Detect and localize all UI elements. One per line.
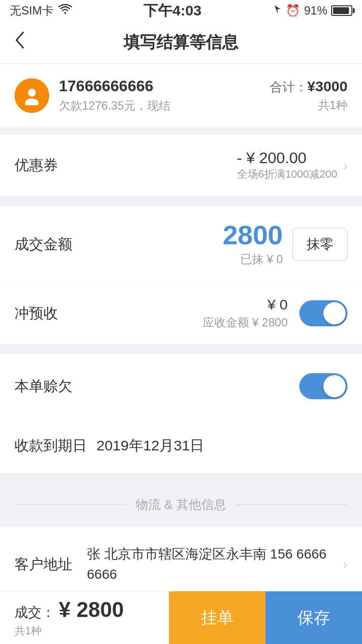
prepayment-label: 冲预收 [14,304,58,323]
footer-deal-label: 成交： ¥ 2800 [14,598,154,622]
customer-phone: 17666666666 [59,77,170,95]
section-divider-3 [0,473,362,483]
prepayment-toggle[interactable] [299,300,348,326]
total-count: 共1种 [270,98,348,113]
content: 17666666666 欠款1276.35元，现结 合计：¥3000 共1种 优… [0,64,362,644]
prepayment-amount-block: ¥ 0 应收金额 ¥ 2800 [203,296,288,330]
deal-amount-right: 2800 已抹 ¥ 0 抹零 [223,222,348,267]
battery-percent: 91% [304,4,327,17]
amount-main: 2800 [223,222,283,249]
amount-block: 2800 已抹 ¥ 0 [223,222,283,267]
status-bar: 无SIM卡 下午4:03 ⏰ 91% [0,0,362,21]
coupon-row[interactable]: 优惠券 - ¥ 200.00 全场6折满1000减200 › [0,135,362,196]
credit-order-row: 本单赊欠 [0,353,362,419]
credit-order-toggle[interactable] [299,373,348,399]
due-date-row: 收款到期日 2019年12月31日 [0,419,362,473]
customer-info: 17666666666 欠款1276.35元，现结 [59,77,170,113]
toggle-knob [323,302,346,324]
battery-icon [331,5,352,16]
section-divider-1 [0,196,362,206]
footer-info: 成交： ¥ 2800 共1种 [0,598,169,638]
wifi-icon [58,4,72,17]
credit-toggle-knob [323,375,346,397]
coupon-label: 优惠券 [14,155,58,175]
prepayment-receivable: 应收金额 ¥ 2800 [203,315,288,330]
coupon-desc: 全场6折满1000减200 [237,167,337,182]
footer-count: 共1种 [14,624,154,638]
logistics-divider: 物流 & 其他信息 [0,483,362,527]
hold-button[interactable]: 挂单 [169,591,265,644]
customer-card: 17666666666 欠款1276.35元，现结 合计：¥3000 共1种 [0,64,362,127]
address-label: 客户地址 [14,555,72,574]
total-label: 合计：¥3000 [270,78,348,96]
coupon-right: - ¥ 200.00 全场6折满1000减200 › [237,149,348,182]
amount-sub: 已抹 ¥ 0 [223,252,283,267]
address-value: 张 北京市市辖区海淀区永丰南 156 6666 6666 [87,544,343,585]
page-title: 填写结算等信息 [124,31,238,54]
coupon-amount: - ¥ 200.00 [237,149,337,167]
footer-deal-amount: ¥ 2800 [59,598,124,621]
location-icon [273,4,282,17]
customer-total: 合计：¥3000 共1种 [270,78,348,113]
svg-point-0 [28,89,36,97]
chevron-right-icon: › [343,158,348,173]
status-right: ⏰ 91% [273,4,352,17]
deal-amount-row: 成交金额 2800 已抹 ¥ 0 抹零 [0,206,362,283]
logistics-line-right [236,504,348,505]
status-left: 无SIM卡 [10,3,72,18]
customer-debt: 欠款1276.35元，现结 [59,98,170,113]
fuze-button[interactable]: 抹零 [292,228,348,261]
nav-bar: 填写结算等信息 [0,21,362,64]
logistics-line-left [14,504,126,505]
prepayment-right: ¥ 0 应收金额 ¥ 2800 [203,296,348,330]
prepayment-amount: ¥ 0 [203,296,288,313]
credit-order-label: 本单赊欠 [14,377,72,396]
avatar [14,78,49,113]
alarm-icon: ⏰ [286,4,300,17]
coupon-details: - ¥ 200.00 全场6折满1000减200 [237,149,337,182]
customer-left: 17666666666 欠款1276.35元，现结 [14,77,170,113]
deal-amount-label: 成交金额 [14,235,72,254]
carrier-label: 无SIM卡 [10,3,54,18]
back-button[interactable] [14,30,25,54]
status-time: 下午4:03 [143,1,201,21]
battery-fill [333,7,349,14]
svg-point-1 [25,98,39,105]
address-chevron-icon: › [343,557,348,572]
due-date-value: 2019年12月31日 [97,436,204,456]
prepayment-row: 冲预收 ¥ 0 应收金额 ¥ 2800 [0,283,362,344]
footer: 成交： ¥ 2800 共1种 挂单 保存 [0,591,362,644]
logistics-label: 物流 & 其他信息 [136,496,226,513]
save-button[interactable]: 保存 [265,591,362,644]
due-date-label: 收款到期日 [14,436,87,456]
section-divider-2 [0,344,362,353]
